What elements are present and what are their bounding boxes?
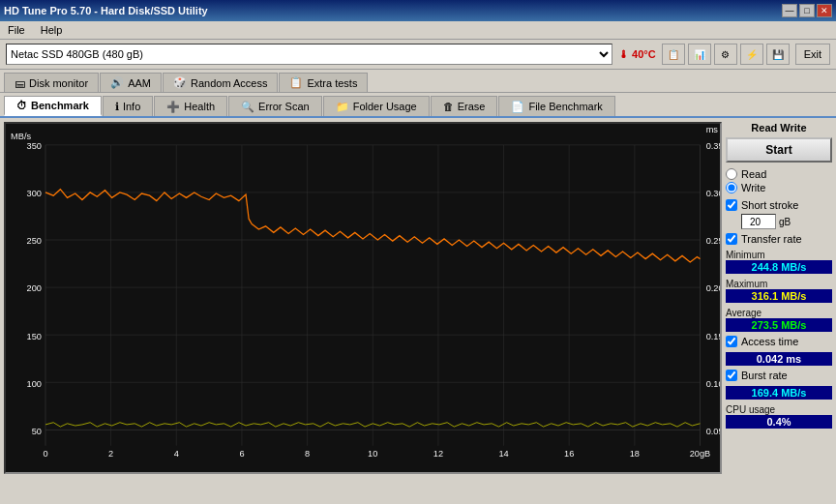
transfer-rate-row: Transfer rate — [726, 233, 832, 245]
svg-text:50: 50 — [32, 425, 42, 435]
cpu-label: CPU usage — [726, 404, 832, 415]
random-access-icon: 🎲 — [173, 76, 187, 89]
drive-select[interactable]: Netac SSD 480GB (480 gB) — [6, 44, 612, 65]
svg-rect-0 — [6, 124, 720, 472]
right-panel: Read Write Start Read Write Short stroke… — [726, 122, 832, 474]
menu-help[interactable]: Help — [37, 23, 67, 37]
extra-tests-icon: 📋 — [289, 76, 303, 89]
start-button[interactable]: Start — [726, 137, 832, 163]
svg-text:0.35: 0.35 — [706, 140, 720, 151]
short-stroke-row: Short stroke — [726, 199, 832, 211]
read-write-label: Read Write — [726, 122, 832, 133]
maximum-label: Maximum — [726, 279, 832, 289]
read-write-radio-group: Read Write — [726, 166, 832, 195]
svg-text:350: 350 — [27, 140, 42, 151]
tab-erase[interactable]: 🗑 Erase — [431, 96, 498, 116]
flash-icon-btn[interactable]: ⚡ — [740, 44, 763, 65]
exit-button[interactable]: Exit — [795, 44, 830, 65]
stat-minimum: Minimum 244.8 MB/s — [726, 250, 832, 274]
toolbar: Netac SSD 480GB (480 gB) 🌡 40°C 📋 📊 ⚙ ⚡ … — [0, 40, 836, 70]
temperature-indicator: 🌡 40°C — [618, 48, 656, 60]
nav-tabs-outer: 🖴 Disk monitor 🔊 AAM 🎲 Random Access 📋 E… — [0, 70, 836, 93]
svg-text:150: 150 — [27, 330, 42, 341]
aam-icon: 🔊 — [110, 76, 124, 89]
menu-file[interactable]: File — [4, 23, 29, 37]
tab-folder-usage[interactable]: 📁 Folder Usage — [323, 96, 430, 116]
tab-benchmark[interactable]: ⏱ Benchmark — [4, 96, 102, 116]
save-icon-btn[interactable]: 💾 — [766, 44, 790, 65]
read-radio[interactable] — [726, 168, 737, 180]
average-label: Average — [726, 308, 832, 318]
burst-rate-label: Burst rate — [741, 370, 788, 381]
thermometer-icon: 🌡 — [618, 48, 629, 60]
svg-text:12: 12 — [433, 447, 443, 458]
average-value: 273.5 MB/s — [726, 318, 832, 332]
access-time-value: 0.042 ms — [726, 352, 832, 366]
write-radio[interactable] — [726, 182, 737, 193]
read-radio-row: Read — [726, 168, 832, 180]
svg-text:0.20: 0.20 — [706, 282, 720, 293]
health-icon: ➕ — [166, 101, 180, 113]
stat-cpu: CPU usage 0.4% — [726, 404, 832, 429]
svg-text:4: 4 — [174, 447, 180, 458]
svg-text:0.25: 0.25 — [706, 235, 720, 246]
svg-text:16: 16 — [564, 447, 574, 458]
svg-text:0.10: 0.10 — [706, 377, 720, 388]
short-stroke-spinbox[interactable] — [741, 214, 776, 229]
tab-info[interactable]: ℹ Info — [103, 96, 153, 116]
stat-burst-rate: 169.4 MB/s — [726, 386, 832, 400]
nav-tabs-inner: ⏱ Benchmark ℹ Info ➕ Health 🔍 Error Scan… — [0, 93, 836, 118]
svg-text:8: 8 — [305, 447, 310, 458]
toolbar-icons: 📋 📊 ⚙ ⚡ 💾 — [662, 44, 790, 65]
burst-rate-checkbox[interactable] — [726, 370, 737, 381]
gb-unit: gB — [779, 217, 791, 227]
access-time-checkbox[interactable] — [726, 336, 737, 347]
svg-text:10: 10 — [368, 447, 377, 458]
svg-text:14: 14 — [498, 447, 509, 458]
close-button[interactable]: ✕ — [817, 4, 832, 17]
maximum-value: 316.1 MB/s — [726, 289, 832, 303]
chart-icon-btn[interactable]: 📊 — [688, 44, 711, 65]
transfer-rate-label: Transfer rate — [741, 233, 802, 245]
disk-monitor-icon: 🖴 — [15, 77, 25, 89]
benchmark-chart: 350 300 250 200 150 100 50 MB/s 0.35 0.3… — [6, 124, 720, 472]
tab-file-benchmark[interactable]: 📄 File Benchmark — [498, 96, 614, 116]
maximize-button[interactable]: □ — [799, 4, 815, 17]
tab-random-access[interactable]: 🎲 Random Access — [163, 73, 278, 92]
burst-rate-value: 169.4 MB/s — [726, 386, 832, 400]
settings-icon-btn[interactable]: ⚙ — [714, 44, 737, 65]
window-title: HD Tune Pro 5.70 - Hard Disk/SSD Utility — [4, 5, 208, 16]
minimum-label: Minimum — [726, 250, 832, 260]
tab-aam[interactable]: 🔊 AAM — [100, 73, 162, 92]
window-controls[interactable]: — □ ✕ — [782, 4, 832, 17]
tab-extra-tests[interactable]: 📋 Extra tests — [279, 73, 368, 92]
erase-icon: 🗑 — [443, 101, 454, 112]
title-bar: HD Tune Pro 5.70 - Hard Disk/SSD Utility… — [0, 0, 836, 21]
menu-bar: File Help — [0, 21, 836, 40]
svg-text:2: 2 — [108, 447, 113, 458]
tab-error-scan[interactable]: 🔍 Error Scan — [228, 96, 322, 116]
svg-text:0.30: 0.30 — [706, 188, 720, 198]
benchmark-icon: ⏱ — [16, 100, 27, 111]
stat-access-time: 0.042 ms — [726, 352, 832, 366]
svg-text:MB/s: MB/s — [11, 131, 31, 141]
svg-text:6: 6 — [239, 447, 244, 458]
svg-text:0.15: 0.15 — [706, 330, 720, 341]
info-icon: ℹ — [115, 101, 119, 113]
file-benchmark-icon: 📄 — [511, 101, 524, 113]
cpu-value: 0.4% — [726, 415, 832, 429]
minimize-button[interactable]: — — [782, 4, 797, 17]
read-label: Read — [741, 168, 766, 180]
info-icon-btn[interactable]: 📋 — [662, 44, 685, 65]
transfer-rate-checkbox[interactable] — [726, 233, 737, 245]
svg-text:300: 300 — [27, 188, 42, 198]
svg-text:200: 200 — [27, 282, 42, 293]
svg-text:0: 0 — [43, 447, 47, 458]
tab-health[interactable]: ➕ Health — [154, 96, 227, 116]
tab-disk-monitor[interactable]: 🖴 Disk monitor — [4, 73, 99, 92]
error-scan-icon: 🔍 — [241, 101, 254, 113]
stat-maximum: Maximum 316.1 MB/s — [726, 279, 832, 303]
chart-area: 350 300 250 200 150 100 50 MB/s 0.35 0.3… — [4, 122, 722, 474]
short-stroke-checkbox[interactable] — [726, 199, 737, 211]
checkbox-section: Short stroke gB — [726, 199, 832, 229]
